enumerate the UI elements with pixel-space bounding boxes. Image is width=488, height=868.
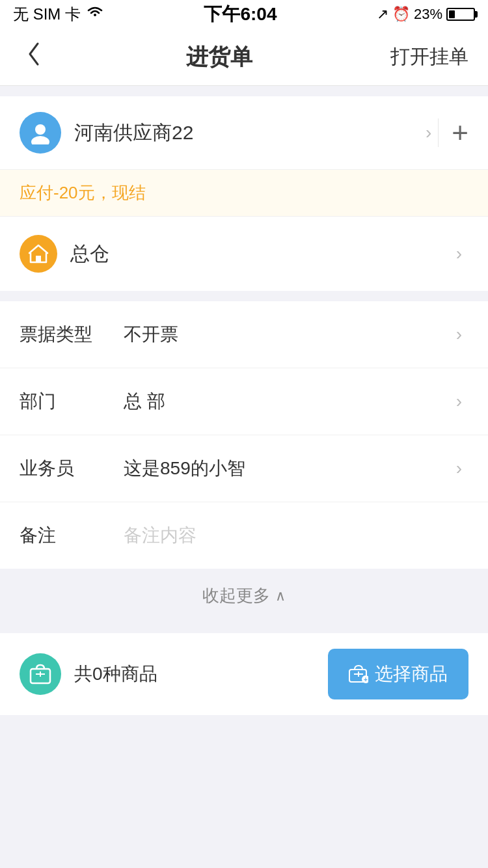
supplier-section: 河南供应商22 › + 应付-20元，现结 总仓 › [0,96,488,291]
supplier-name: 河南供应商22 [74,120,426,146]
back-button[interactable] [20,34,48,79]
section-divider-1 [0,86,488,96]
collapse-icon: ∧ [275,588,286,604]
location-icon: ↗ [377,6,388,23]
invoice-type-row[interactable]: 票据类型 不开票 › [0,301,488,368]
warehouse-icon [20,235,57,273]
carrier-label: 无 SIM 卡 [13,4,81,25]
salesperson-value: 这是859的小智 [98,456,456,481]
collapse-row[interactable]: 收起更多 ∧ [0,569,488,623]
nav-bar: 进货单 打开挂单 [0,29,488,86]
salesperson-row[interactable]: 业务员 这是859的小智 › [0,435,488,502]
form-section: 票据类型 不开票 › 部门 总 部 › 业务员 这是859的小智 › 备注 备注… [0,301,488,569]
page-title: 进货单 [186,42,252,72]
svg-rect-3 [36,256,41,262]
status-time: 下午6:04 [204,2,277,27]
warehouse-chevron-icon: › [456,243,462,264]
supplier-row[interactable]: 河南供应商22 › + [0,96,488,170]
department-label: 部门 [20,389,98,414]
battery-percent: 23% [414,6,442,23]
page-background [0,715,488,868]
warehouse-row[interactable]: 总仓 › [0,216,488,291]
product-section: 共0种商品 + 选择商品 [0,633,488,715]
notice-banner: 应付-20元，现结 [0,170,488,216]
select-goods-label: 选择商品 [375,662,448,686]
add-supplier-button[interactable]: + [438,118,468,147]
department-chevron-icon: › [456,391,462,412]
svg-point-1 [31,136,49,144]
salesperson-chevron-icon: › [456,458,462,479]
supplier-avatar [20,112,61,154]
status-left: 无 SIM 卡 [13,4,104,25]
remark-row[interactable]: 备注 备注内容 [0,502,488,569]
product-count-label: 共0种商品 [74,662,328,686]
supplier-chevron-icon: › [426,122,431,143]
warehouse-name: 总仓 [70,241,456,267]
remark-label: 备注 [20,523,98,548]
wifi-icon [86,6,104,23]
svg-point-0 [35,124,46,135]
svg-text:+: + [364,676,368,683]
notice-text: 应付-20元，现结 [20,183,146,202]
alarm-icon: ⏰ [392,6,410,23]
remark-input[interactable]: 备注内容 [98,523,468,548]
invoice-type-label: 票据类型 [20,322,98,347]
department-row[interactable]: 部门 总 部 › [0,368,488,435]
product-icon [20,653,61,695]
status-bar: 无 SIM 卡 下午6:04 ↗ ⏰ 23% [0,0,488,29]
select-goods-button[interactable]: + 选择商品 [328,649,468,699]
collapse-label: 收起更多 [202,584,270,607]
status-right: ↗ ⏰ 23% [377,6,475,23]
battery-icon [446,8,475,21]
invoice-type-value: 不开票 [98,322,456,347]
salesperson-label: 业务员 [20,456,98,481]
invoice-type-chevron-icon: › [456,324,462,345]
department-value: 总 部 [98,389,456,414]
open-pending-button[interactable]: 打开挂单 [390,44,468,70]
